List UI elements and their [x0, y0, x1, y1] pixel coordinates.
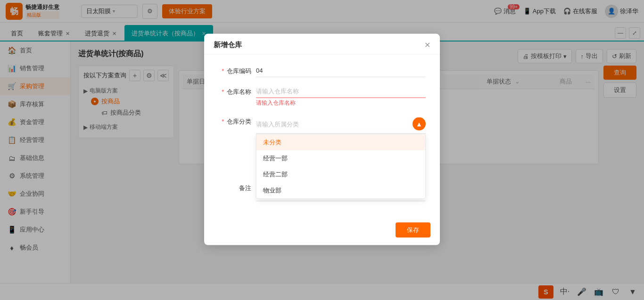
category-dropdown: 未分类 经营一部 经营二部 物业部 — [256, 134, 426, 199]
name-input-wrap: 请输入仓库名称 — [256, 85, 426, 107]
category-label: * 仓库分类 — [218, 115, 251, 126]
dialog-title: 新增仓库 — [214, 41, 242, 50]
dialog-footer: 保存 — [204, 218, 440, 245]
notes-label: 备注 — [218, 181, 251, 192]
category-label-text: 仓库分类 — [227, 118, 251, 125]
notes-label-text: 备注 — [239, 184, 251, 192]
dropdown-item-unclassified[interactable]: 未分类 — [256, 134, 425, 150]
name-error-message: 请输入仓库名称 — [256, 99, 426, 107]
required-star-name: * — [222, 88, 224, 95]
code-input[interactable] — [256, 64, 426, 77]
required-star-code: * — [222, 67, 224, 75]
code-input-wrap — [256, 64, 426, 77]
category-input-wrap: ▲ 未分类 经营一部 经营二部 物业部 — [256, 115, 426, 134]
form-row-category: * 仓库分类 ▲ 未分类 经营一部 经营二部 物业部 — [218, 115, 426, 134]
name-input[interactable] — [256, 85, 426, 98]
form-row-code: * 仓库编码 — [218, 64, 426, 77]
add-warehouse-dialog: 新增仓库 ✕ * 仓库编码 * 仓库名称 请输入仓库名称 — [204, 34, 440, 245]
dropdown-item-dept2[interactable]: 经营二部 — [256, 167, 425, 183]
dialog-body: * 仓库编码 * 仓库名称 请输入仓库名称 * 仓库分类 — [204, 55, 440, 218]
code-label: * 仓库编码 — [218, 64, 251, 75]
form-row-name: * 仓库名称 请输入仓库名称 — [218, 85, 426, 107]
required-star-category: * — [222, 118, 224, 125]
dialog-header: 新增仓库 ✕ — [204, 34, 440, 55]
code-label-text: 仓库编码 — [227, 67, 251, 75]
category-input[interactable] — [256, 120, 413, 127]
category-combo: ▲ — [256, 115, 426, 134]
dropdown-item-dept1[interactable]: 经营一部 — [256, 150, 425, 167]
name-label: * 仓库名称 — [218, 85, 251, 96]
dialog-close-button[interactable]: ✕ — [424, 41, 430, 49]
name-label-text: 仓库名称 — [227, 88, 251, 95]
save-button[interactable]: 保存 — [396, 223, 430, 238]
dropdown-item-dept3[interactable]: 物业部 — [256, 183, 425, 199]
category-toggle-button[interactable]: ▲ — [413, 117, 426, 131]
